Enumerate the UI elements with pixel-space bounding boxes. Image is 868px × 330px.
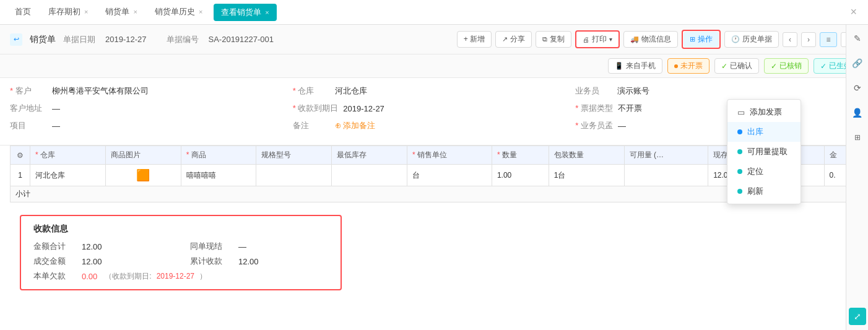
history-button-label: 历史单据 [742, 34, 772, 45]
balance-note-end: ） [199, 271, 207, 282]
doc-header: ↩ 销货单 单据日期 2019-12-27 单据编号 SA-20191227-0… [0, 25, 868, 54]
customer-label: 客户 [10, 85, 47, 97]
tab-home[interactable]: 首页 [6, 0, 40, 25]
view-list-button[interactable]: ≡ [820, 32, 837, 47]
field-note: 备注 ⊕ 添加备注 [293, 120, 576, 131]
row-warehouse: 河北仓库 [30, 165, 106, 186]
copy-button[interactable]: ⧉ 复制 [536, 31, 571, 48]
add-invoice-label: 添加发票 [750, 106, 782, 118]
operation-button-label: 操作 [698, 34, 713, 45]
confirm-button[interactable]: ✓ 已确认 [714, 58, 759, 74]
field-ticket: 票据类型 不开票 [575, 103, 858, 114]
row-spec [256, 165, 332, 186]
expand-icon: ⤢ [854, 311, 861, 321]
prev-button[interactable]: ‹ [783, 32, 797, 47]
doc-meta: 单据日期 2019-12-27 单据编号 SA-20191227-001 [63, 34, 274, 45]
row-pack-qty: 1台 [549, 165, 624, 186]
tab-close-sales[interactable]: × [133, 8, 137, 15]
same-order-value: — [238, 242, 246, 251]
col-product: 商品 [181, 146, 256, 165]
warehouse-value: 河北仓库 [335, 85, 367, 97]
sidebar-edit-icon[interactable]: ✎ [849, 30, 866, 47]
col-unit: 销售单位 [407, 146, 492, 165]
right-sidebar: ✎ 🔗 ⟳ 👤 ⊞ ⤢ [846, 25, 868, 330]
tab-inventory-init[interactable]: 库存期初 × [40, 0, 97, 25]
sidebar-expand-icon[interactable]: ⤢ [849, 308, 866, 325]
status-bar: 📱 来自手机 未开票 ✓ 已确认 ✓ 已核销 ✓ 已生效 [0, 54, 868, 78]
row-quantity: 1.00 [492, 165, 549, 186]
same-order-label: 同单现结 [190, 241, 233, 252]
col-settings[interactable]: ⚙ [11, 146, 30, 165]
customer-value: 柳州粤港平安气体有限公司 [52, 85, 149, 97]
effect-icon: ✓ [820, 62, 827, 71]
new-button[interactable]: + 新增 [457, 31, 492, 48]
due-date-value: 2019-12-27 [343, 104, 384, 113]
dropdown-outbound[interactable]: 出库 [727, 122, 801, 142]
tab-close-history[interactable]: × [199, 8, 202, 15]
settings-icon[interactable]: ⚙ [17, 151, 24, 160]
operation-icon: ⊞ [690, 35, 695, 43]
sidebar-refresh-icon[interactable]: ⟳ [849, 79, 866, 97]
doc-title: 销货单 [30, 34, 56, 45]
plus-icon: ⊕ [335, 121, 341, 130]
outbound-label: 出库 [747, 126, 763, 137]
sidebar-link-icon[interactable]: 🔗 [849, 54, 866, 72]
refresh-label: 刷新 [747, 186, 763, 197]
refresh-dot [737, 189, 742, 194]
operation-button[interactable]: ⊞ 操作 [684, 32, 719, 47]
history-button[interactable]: 🕐 历史单据 [724, 31, 779, 48]
available-take-label: 可用量提取 [747, 146, 788, 157]
global-close-button[interactable]: × [845, 6, 862, 19]
tab-view-sales[interactable]: 查看销货单 × [214, 4, 276, 21]
next-button[interactable]: › [801, 32, 816, 47]
address-label: 客户地址 [10, 103, 47, 114]
available-take-dot [737, 149, 742, 154]
cancel-icon: ✓ [771, 62, 777, 71]
logistics-button[interactable]: 🚚 物流信息 [623, 31, 678, 48]
sidebar-user-icon[interactable]: 👤 [849, 104, 866, 121]
total-value: 12.00 [82, 242, 102, 251]
salesperson-label: 业务员孟 [575, 120, 613, 131]
add-invoice-icon: ▭ [737, 108, 745, 117]
open-ticket-button[interactable]: 未开票 [667, 58, 710, 74]
field-salesperson: 业务员孟 — [575, 120, 858, 131]
field-address: 客户地址 — [10, 103, 293, 114]
table-icon: ⊞ [854, 133, 861, 142]
summary-box: 收款信息 金额合计 12.00 同单现结 — 成交金额 12.00 累计收款 1… [20, 215, 342, 290]
sidebar-table-icon[interactable]: ⊞ [849, 129, 866, 146]
print-button[interactable]: 🖨 打印 ▾ [576, 32, 618, 47]
tab-sales-history[interactable]: 销货单历史 × [146, 0, 211, 25]
print-dropdown-arrow: ▾ [609, 36, 612, 43]
logistics-button-label: 物流信息 [641, 34, 671, 45]
dropdown-available-take[interactable]: 可用量提取 [727, 142, 801, 162]
summary-grid: 金额合计 12.00 同单现结 — 成交金额 12.00 累计收款 12.00 … [33, 241, 328, 282]
col-min-stock: 最低库存 [332, 146, 407, 165]
tab-sales-order[interactable]: 销货单 × [97, 0, 145, 25]
share-button[interactable]: ↗ 分享 [495, 31, 532, 48]
doc-icon: ↩ [10, 33, 22, 46]
date-label: 单据日期 [63, 34, 95, 45]
ticket-label: 票据类型 [575, 103, 613, 114]
phone-button[interactable]: 📱 来自手机 [608, 58, 662, 74]
deal-label: 成交金额 [33, 256, 77, 267]
number-value: SA-20191227-001 [209, 35, 274, 44]
summary-same-order-row: 同单现结 — [190, 241, 328, 252]
row-unit: 台 [407, 165, 492, 186]
cancel-button[interactable]: ✓ 已核销 [764, 58, 809, 74]
dropdown-locate[interactable]: 定位 [727, 162, 801, 181]
col-quantity: 数量 [492, 146, 549, 165]
row-min-stock [332, 165, 407, 186]
row-image: 🟧 [105, 165, 181, 186]
new-button-label: + 新增 [464, 34, 485, 45]
col-image: 商品图片 [105, 146, 181, 165]
tab-close-inventory[interactable]: × [84, 8, 88, 15]
edit-icon: ✎ [854, 33, 861, 43]
field-due-date: 收款到期日 2019-12-27 [293, 103, 576, 114]
field-warehouse: 仓库 河北仓库 [293, 85, 576, 97]
summary-total-row: 金额合计 12.00 [33, 241, 171, 252]
print-button-label: 打印 [592, 34, 607, 45]
dropdown-refresh[interactable]: 刷新 [727, 181, 801, 201]
add-note-button[interactable]: ⊕ 添加备注 [335, 120, 376, 131]
dropdown-add-invoice[interactable]: ▭ 添加发票 [727, 102, 801, 122]
tab-close-view-sales[interactable]: × [265, 9, 269, 16]
